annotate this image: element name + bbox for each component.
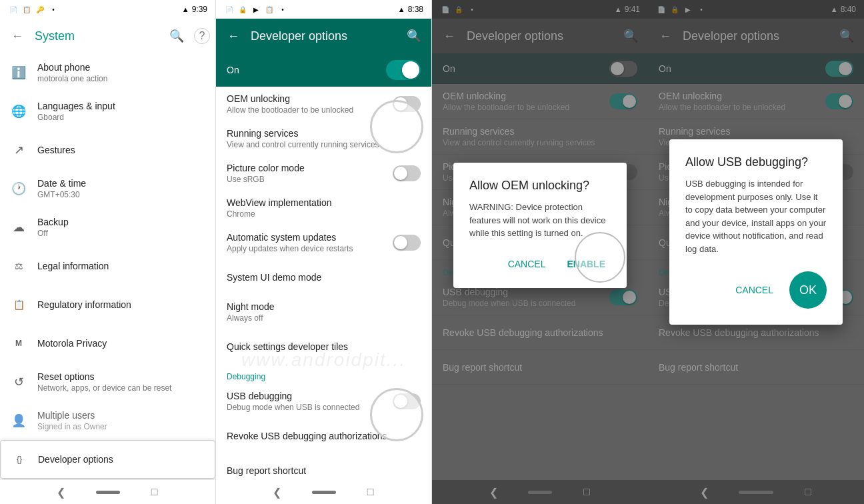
settings-item-developer[interactable]: {} Developer options xyxy=(0,440,215,479)
dev-auto-toggle[interactable] xyxy=(393,235,421,251)
dev-usb-title: USB debugging xyxy=(227,391,387,401)
settings-item-motorola[interactable]: M Motorola Privacy xyxy=(0,324,215,363)
regulatory-text: Regulatory information xyxy=(37,299,205,310)
file2-icon: 📋 xyxy=(21,4,32,15)
dot-icon: • xyxy=(48,4,59,15)
settings-list: ℹ️ About phone motorola one action 🌐 Lan… xyxy=(0,53,215,480)
dev-item-bug[interactable]: Bug report shortcut xyxy=(216,453,431,480)
dev-item-webview[interactable]: WebView implementation Chrome xyxy=(216,191,431,225)
dot2-icon: • xyxy=(277,4,288,15)
settings-item-backup[interactable]: ☁ Backup Off xyxy=(0,208,215,247)
settings-item-datetime[interactable]: 🕐 Date & time GMT+05:30 xyxy=(0,169,215,208)
oem-dialog: Allow OEM unlocking? WARNING: Device pro… xyxy=(453,163,627,288)
dev-usb-subtitle: Debug mode when USB is connected xyxy=(227,403,387,412)
nav-bar-1: ❮ □ xyxy=(0,480,215,504)
gestures-title: Gestures xyxy=(37,145,205,155)
enable-circle xyxy=(575,232,625,283)
search-icon-2[interactable]: 🔍 xyxy=(402,24,426,48)
dev-item-night[interactable]: Night mode Always off xyxy=(216,295,431,329)
dev-item-auto-updates[interactable]: Automatic system updates Apply updates w… xyxy=(216,225,431,260)
panel-system: 📄 📋 🔑 • ▲ 9:39 ← System 🔍 ? ℹ️ About pho… xyxy=(0,0,216,504)
dev-on-toggle[interactable] xyxy=(386,60,421,80)
wifi-icon: ▲ xyxy=(182,5,189,13)
usb-cancel-button[interactable]: Cancel xyxy=(730,282,779,298)
debug-section: Debugging xyxy=(216,364,431,384)
play-icon-2: ▶ xyxy=(251,4,261,15)
backup-subtitle: Off xyxy=(37,229,205,238)
dev-picture-text: Picture color mode Use sRGB xyxy=(227,163,387,184)
back-icon-2[interactable]: ← xyxy=(221,24,245,48)
usb-dialog-overlay: Allow USB debugging? USB debugging is in… xyxy=(648,0,864,504)
dev-webview-text: WebView implementation Chrome xyxy=(227,197,421,219)
app-title-2: Developer options xyxy=(251,29,397,43)
help-icon[interactable]: ? xyxy=(194,28,210,44)
dev-picture-title: Picture color mode xyxy=(227,163,387,173)
dev-on-text: On xyxy=(227,65,381,75)
users-text: Multiple users Signed in as Owner xyxy=(37,410,205,431)
dev-on-knob xyxy=(402,61,419,79)
settings-item-language[interactable]: 🌐 Languages & input Gboard xyxy=(0,92,215,131)
regulatory-title: Regulatory information xyxy=(37,299,205,310)
about-title: About phone xyxy=(37,62,205,73)
oem-cancel-button[interactable]: Cancel xyxy=(503,256,551,272)
developer-icon: {} xyxy=(11,451,27,467)
usb-ok-button[interactable]: OK xyxy=(789,271,827,309)
motorola-title: Motorola Privacy xyxy=(37,338,205,349)
dev-item-demo[interactable]: System UI demo mode xyxy=(216,260,431,295)
dev-auto-subtitle: Apply updates when device restarts xyxy=(227,244,387,253)
settings-item-gestures[interactable]: ↗ Gestures xyxy=(0,131,215,169)
usb-dialog-actions: Cancel OK xyxy=(685,271,827,309)
status-icons-left: 📄 📋 🔑 • xyxy=(8,4,59,15)
settings-item-regulatory[interactable]: 📋 Regulatory information xyxy=(0,285,215,324)
settings-item-reset[interactable]: ↺ Reset options Network, apps, or device… xyxy=(0,363,215,401)
dev-auto-title: Automatic system updates xyxy=(227,232,387,243)
lock-icon-2: 🔒 xyxy=(237,4,248,15)
about-text: About phone motorola one action xyxy=(37,62,205,83)
key-icon: 🔑 xyxy=(35,4,45,15)
usb-circle-highlight xyxy=(370,388,423,441)
settings-item-users[interactable]: 👤 Multiple users Signed in as Owner xyxy=(0,401,215,440)
status-bar-2: 📄 🔒 ▶ 📋 • ▲ 8:38 xyxy=(216,0,431,19)
about-subtitle: motorola one action xyxy=(37,74,205,83)
reset-icon: ↺ xyxy=(11,374,27,390)
datetime-text: Date & time GMT+05:30 xyxy=(37,178,205,199)
dev-oem-text: OEM unlocking Allow the bootloader to be… xyxy=(227,93,387,115)
file-icon: 📄 xyxy=(8,4,19,15)
dev-qs-title: Quick settings developer tiles xyxy=(227,341,421,352)
nav-recent[interactable]: □ xyxy=(147,484,163,500)
nav-recent-2[interactable]: □ xyxy=(363,484,379,500)
dev-picture-knob xyxy=(394,167,407,180)
dev-bug-title: Bug report shortcut xyxy=(227,465,421,476)
motorola-text: Motorola Privacy xyxy=(37,338,205,349)
nav-back[interactable]: ❮ xyxy=(53,484,69,500)
reset-title: Reset options xyxy=(37,371,205,382)
settings-item-legal[interactable]: ⚖ Legal information xyxy=(0,247,215,285)
oem-circle-highlight xyxy=(370,100,423,153)
back-icon[interactable]: ← xyxy=(5,24,29,48)
developer-text: Developer options xyxy=(38,454,204,465)
dev-on-label: On xyxy=(227,65,381,75)
settings-item-sysupdate[interactable]: 📱 System updates Updated to Android 9 xyxy=(0,479,215,480)
regulatory-icon: 📋 xyxy=(11,297,27,313)
settings-item-about[interactable]: ℹ️ About phone motorola one action xyxy=(0,53,215,92)
app-title: System xyxy=(35,29,159,43)
dev-oem-title: OEM unlocking xyxy=(227,93,387,104)
dev-item-picture[interactable]: Picture color mode Use sRGB xyxy=(216,156,431,191)
dev-item-quicksettings[interactable]: Quick settings developer tiles xyxy=(216,329,431,364)
language-title: Languages & input xyxy=(37,101,205,111)
nav-back-2[interactable]: ❮ xyxy=(269,484,285,500)
dev-on-row[interactable]: On xyxy=(216,53,431,87)
dev-picture-toggle[interactable] xyxy=(393,165,421,181)
datetime-icon: 🕐 xyxy=(11,181,27,197)
dev-night-text: Night mode Always off xyxy=(227,301,421,323)
panel-developer: 📄 🔒 ▶ 📋 • ▲ 8:38 ← Developer options 🔍 O… xyxy=(216,0,432,504)
dev-demo-text: System UI demo mode xyxy=(227,272,421,283)
dev-webview-title: WebView implementation xyxy=(227,197,421,208)
reset-subtitle: Network, apps, or device can be reset xyxy=(37,383,205,393)
motorola-icon: M xyxy=(11,335,27,351)
app-bar-system: ← System 🔍 ? xyxy=(0,19,215,53)
reset-text: Reset options Network, apps, or device c… xyxy=(37,371,205,393)
status-right: ▲ 9:39 xyxy=(182,5,207,14)
app-bar-developer: ← Developer options 🔍 xyxy=(216,19,431,53)
search-icon[interactable]: 🔍 xyxy=(165,24,189,48)
